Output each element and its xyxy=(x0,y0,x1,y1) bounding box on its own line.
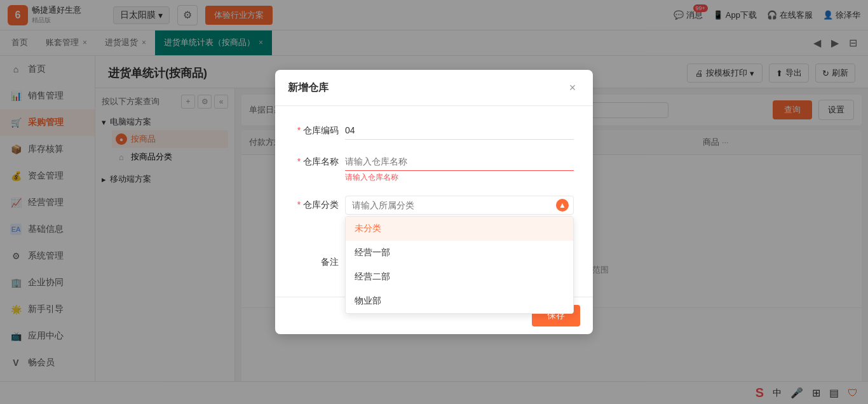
name-input[interactable] xyxy=(345,152,574,171)
name-label: 仓库名称 xyxy=(294,152,339,168)
name-error-msg: 请输入仓库名称 xyxy=(345,172,574,183)
modal-title: 新增仓库 xyxy=(288,81,329,95)
modal-body: 仓库编码 仓库名称 请输入仓库名称 仓库分类 ▲ xyxy=(275,106,593,297)
dropdown-item-ops1[interactable]: 经营一部 xyxy=(346,241,573,265)
modal-header: 新增仓库 × xyxy=(275,70,593,106)
category-label: 仓库分类 xyxy=(294,196,339,211)
category-toggle-icon[interactable]: ▲ xyxy=(556,199,569,212)
dropdown-item-unclassified[interactable]: 未分类 xyxy=(346,217,573,241)
code-input[interactable] xyxy=(345,121,574,140)
code-field-wrap xyxy=(345,121,574,140)
form-row-category: 仓库分类 ▲ 未分类 经营一部 经营二部 物业部 xyxy=(294,196,574,215)
form-row-name: 仓库名称 请输入仓库名称 xyxy=(294,152,574,183)
dropdown-item-ops2[interactable]: 经营二部 xyxy=(346,265,573,289)
modal-add-warehouse: 新增仓库 × 仓库编码 仓库名称 请输入仓库名称 仓库分类 xyxy=(275,70,593,334)
category-select-wrap: ▲ 未分类 经营一部 经营二部 物业部 xyxy=(345,196,574,215)
form-row-code: 仓库编码 xyxy=(294,121,574,140)
modal-close-button[interactable]: × xyxy=(565,80,580,95)
category-input[interactable] xyxy=(345,196,574,215)
note-label: 备注 xyxy=(294,253,339,268)
category-dropdown: 未分类 经营一部 经营二部 物业部 xyxy=(345,216,574,314)
name-field-wrap: 请输入仓库名称 xyxy=(345,152,574,183)
code-label: 仓库编码 xyxy=(294,121,339,137)
dropdown-item-property[interactable]: 物业部 xyxy=(346,289,573,313)
modal-overlay[interactable]: 新增仓库 × 仓库编码 仓库名称 请输入仓库名称 仓库分类 xyxy=(0,0,868,404)
